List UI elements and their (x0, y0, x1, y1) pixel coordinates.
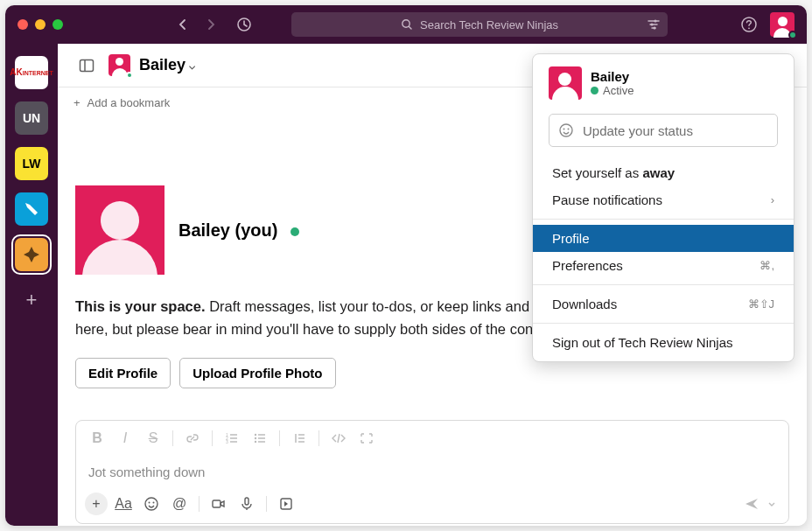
filter-icon[interactable] (647, 17, 661, 31)
svg-point-6 (748, 27, 750, 29)
status-input[interactable]: Update your status (549, 114, 778, 147)
chevron-right-icon: › (771, 193, 774, 206)
svg-rect-7 (80, 59, 94, 71)
ordered-list-icon[interactable]: 123 (220, 426, 244, 451)
blockquote-icon[interactable] (287, 426, 312, 451)
help-icon[interactable] (737, 12, 761, 37)
video-icon[interactable] (206, 492, 231, 516)
channel-name-label: Bailey (139, 56, 186, 74)
mention-icon[interactable]: @ (167, 492, 192, 516)
italic-icon[interactable]: I (113, 426, 137, 451)
menu-pause-notifications[interactable]: Pause notifications › (533, 186, 794, 213)
svg-point-22 (568, 129, 570, 130)
composer-actions: + Aa @ (76, 488, 788, 523)
channel-name-button[interactable]: Bailey ⌵ (139, 56, 195, 74)
history-icon[interactable] (232, 12, 256, 37)
link-icon[interactable] (180, 426, 205, 451)
composer-input[interactable]: Jot something down (76, 456, 788, 488)
chevron-down-icon: ⌵ (189, 59, 195, 72)
svg-rect-17 (213, 500, 220, 507)
user-avatar-button[interactable] (770, 12, 794, 37)
message-composer: B I S 123 Jot something do (75, 420, 789, 524)
titlebar: Search Tech Review Ninjas (5, 5, 807, 44)
emoji-icon[interactable] (139, 492, 164, 516)
bullet-list-icon[interactable] (248, 426, 272, 451)
presence-indicator (788, 31, 797, 39)
back-icon[interactable] (171, 12, 195, 37)
send-options-icon[interactable] (764, 492, 780, 516)
menu-downloads[interactable]: Downloads ⌘⇧J (533, 290, 794, 318)
menu-set-away[interactable]: Set yourself as away (533, 159, 794, 186)
history-nav (171, 12, 256, 37)
audio-icon[interactable] (234, 492, 259, 516)
format-toggle-icon[interactable]: Aa (111, 492, 136, 516)
menu-avatar (549, 66, 582, 100)
add-bookmark-button[interactable]: Add a bookmark (88, 96, 171, 109)
profile-avatar (75, 185, 164, 275)
svg-point-12 (255, 437, 256, 439)
svg-point-14 (145, 498, 158, 510)
menu-user-presence: Active (591, 84, 634, 97)
svg-point-3 (650, 23, 653, 25)
sidebar-toggle-icon[interactable] (74, 52, 100, 79)
menu-preferences[interactable]: Preferences ⌘, (533, 252, 794, 279)
workspace-item[interactable]: LW (15, 147, 48, 180)
channel-avatar (108, 54, 130, 76)
svg-point-11 (255, 434, 256, 436)
svg-point-20 (560, 124, 572, 136)
edit-profile-button[interactable]: Edit Profile (75, 358, 171, 388)
close-window[interactable] (18, 19, 28, 30)
presence-indicator (290, 227, 299, 236)
codeblock-icon[interactable] (354, 426, 379, 451)
search-bar[interactable]: Search Tech Review Ninjas (291, 12, 668, 37)
code-icon[interactable] (326, 426, 351, 451)
upload-photo-button[interactable]: Upload Profile Photo (179, 358, 335, 388)
svg-rect-18 (245, 498, 248, 505)
plus-icon: + (74, 96, 80, 109)
add-workspace-button[interactable]: + (15, 283, 48, 317)
profile-display-name: Bailey (you) (178, 220, 277, 240)
emoji-icon (558, 122, 574, 138)
attach-icon[interactable]: + (85, 493, 108, 515)
menu-user-name: Bailey (591, 69, 634, 84)
status-placeholder: Update your status (583, 123, 693, 138)
window-controls (18, 19, 63, 30)
workspace-item[interactable]: AKINTERNET (15, 56, 48, 89)
strike-icon[interactable]: S (141, 426, 165, 451)
format-toolbar: B I S 123 (76, 421, 788, 456)
svg-point-16 (153, 502, 155, 504)
forward-icon[interactable] (199, 12, 223, 37)
pen-icon (23, 200, 40, 218)
minimize-window[interactable] (35, 19, 46, 30)
svg-point-4 (653, 26, 655, 29)
menu-sign-out[interactable]: Sign out of Tech Review Ninjas (533, 329, 794, 356)
send-icon[interactable] (739, 492, 764, 516)
svg-point-13 (255, 441, 256, 443)
search-placeholder: Search Tech Review Ninjas (420, 18, 558, 31)
svg-point-2 (654, 19, 656, 22)
workspace-item[interactable] (15, 192, 48, 226)
menu-profile[interactable]: Profile (533, 225, 794, 252)
user-menu: Bailey Active Update your status Set you… (532, 53, 794, 362)
svg-point-15 (149, 502, 150, 504)
maximize-window[interactable] (52, 19, 63, 30)
shortcut-icon[interactable] (274, 492, 298, 516)
svg-text:3: 3 (226, 439, 228, 444)
svg-point-21 (564, 129, 565, 130)
x-shape-icon (22, 245, 41, 264)
workspace-item-active[interactable] (15, 238, 48, 271)
workspace-item[interactable]: UN (15, 101, 48, 135)
workspace-rail: AKINTERNET UN LW + (5, 44, 58, 526)
bold-icon[interactable]: B (85, 426, 109, 451)
menu-header: Bailey Active (533, 54, 794, 108)
search-icon (401, 18, 413, 31)
app-window: Search Tech Review Ninjas AKINTERNET UN … (5, 5, 807, 526)
